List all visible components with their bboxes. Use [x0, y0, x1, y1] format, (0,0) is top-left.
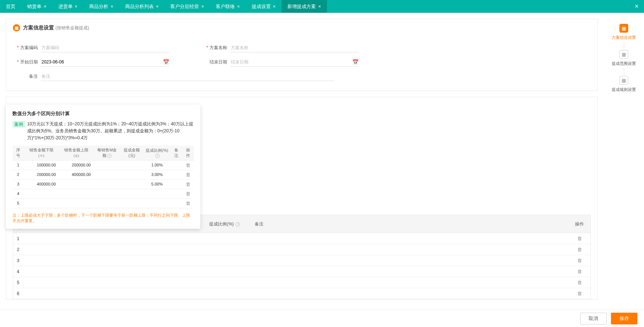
- step-icon: ▦: [619, 24, 628, 33]
- tab-home[interactable]: 首页: [0, 0, 21, 13]
- tab-sales-order[interactable]: 销货单×: [21, 0, 52, 13]
- section-icon: ▦: [13, 24, 20, 32]
- col-ratio: 提成比例(%) ?: [205, 215, 251, 233]
- tab-customer-contact[interactable]: 客户联络×: [210, 0, 246, 13]
- tab-bar: 首页 销货单× 进货单× 商品分析× 商品分析列表× 客户分层经营× 客户联络×…: [0, 0, 644, 13]
- tab-commission-setting[interactable]: 提成设置×: [246, 0, 282, 13]
- delete-icon[interactable]: 🗑: [186, 172, 190, 177]
- tab-customer-tier[interactable]: 客户分层经营×: [164, 0, 210, 13]
- tab-product-analysis-list[interactable]: 商品分析列表×: [119, 0, 165, 13]
- start-date-input[interactable]: [41, 58, 169, 67]
- code-input[interactable]: [41, 43, 169, 52]
- delete-icon[interactable]: 🗑: [577, 291, 582, 296]
- table-row[interactable]: 3🗑: [13, 255, 591, 266]
- calendar-icon[interactable]: 📅: [352, 59, 359, 65]
- name-label: 方案名称: [202, 45, 227, 51]
- cancel-button[interactable]: 取消: [580, 313, 607, 324]
- tooltip-title: 数值分为多个区间分别计算: [12, 110, 194, 117]
- step-icon: ▦: [619, 76, 628, 85]
- col-remark: 备注: [251, 215, 569, 233]
- end-date-label: 结束日期: [202, 59, 227, 65]
- delete-icon[interactable]: 🗑: [186, 201, 190, 206]
- example-table: 序号 销售金额下限（>） 销售金额上限（≤） 每销售M金额? 提成金额(元) 提…: [12, 146, 194, 208]
- col-op: 操作: [569, 215, 591, 233]
- close-icon[interactable]: ×: [44, 4, 47, 9]
- close-icon[interactable]: ×: [318, 4, 321, 9]
- table-row: 4🗑: [12, 189, 194, 198]
- help-icon: ?: [155, 154, 160, 158]
- close-icon[interactable]: ×: [75, 4, 78, 9]
- start-date-label: 开始日期: [13, 59, 38, 65]
- tier-example-tooltip: 数值分为多个区间分别计算 案例 10万元以下无提成；10~20万元提成比例为1%…: [6, 104, 200, 229]
- table-row[interactable]: 1🗑: [13, 233, 591, 244]
- close-icon[interactable]: ×: [237, 4, 240, 9]
- help-icon: ?: [107, 154, 112, 158]
- tooltip-example-text: 10万元以下无提成；10~20万元提成比例为1%；20~40万提成比例为3%；4…: [27, 121, 194, 142]
- close-all-icon[interactable]: ×: [629, 0, 644, 13]
- delete-icon[interactable]: 🗑: [186, 191, 190, 196]
- tab-new-commission-plan[interactable]: 新增提成方案×: [281, 0, 327, 13]
- table-row: 1100000.00200000.001.00%🗑: [12, 160, 194, 170]
- delete-icon[interactable]: 🗑: [186, 181, 190, 187]
- delete-icon[interactable]: 🗑: [577, 258, 582, 263]
- delete-icon[interactable]: 🗑: [577, 247, 582, 252]
- help-icon[interactable]: ?: [236, 222, 240, 227]
- step-rules[interactable]: ▦ 提成规则设置: [612, 76, 636, 92]
- tab-product-analysis[interactable]: 商品分析×: [83, 0, 119, 13]
- table-row: 5🗑: [12, 198, 194, 208]
- calendar-icon[interactable]: 📅: [163, 59, 169, 65]
- step-scope[interactable]: ▦ 提成范围设置: [612, 50, 636, 66]
- table-row[interactable]: 2🗑: [13, 244, 591, 255]
- table-row[interactable]: 5🗑: [13, 277, 591, 288]
- table-row[interactable]: 6🗑: [13, 288, 591, 299]
- tooltip-note: 注：上限必须大于下限；多个阶梯时，下一个阶梯下限要等于前一阶梯上限；不同行之间下…: [12, 213, 194, 224]
- footer-actions: 取消 保存: [0, 309, 644, 327]
- name-input[interactable]: [230, 43, 359, 52]
- end-date-input[interactable]: [230, 58, 359, 67]
- remark-label: 备注: [13, 73, 38, 80]
- panel-title: 方案信息设置: [23, 25, 54, 31]
- delete-icon[interactable]: 🗑: [577, 269, 582, 274]
- delete-icon[interactable]: 🗑: [577, 236, 582, 241]
- step-icon: ▦: [619, 50, 628, 59]
- panel-subtitle: (按销售金额提成): [55, 25, 89, 31]
- tab-purchase-order[interactable]: 进货单×: [52, 0, 84, 13]
- step-plan-info[interactable]: ▦ 方案信息设置: [612, 24, 636, 40]
- code-label: 方案编码: [13, 45, 38, 51]
- save-button[interactable]: 保存: [611, 313, 637, 324]
- close-icon[interactable]: ×: [201, 4, 204, 9]
- table-row: 2200000.00400000.003.00%🗑: [12, 170, 194, 179]
- remark-input[interactable]: [41, 72, 334, 81]
- close-icon[interactable]: ×: [110, 4, 113, 9]
- close-icon[interactable]: ×: [273, 4, 276, 9]
- close-icon[interactable]: ×: [156, 4, 159, 9]
- delete-icon[interactable]: 🗑: [186, 162, 190, 168]
- side-stepper: ▦ 方案信息设置 ▦ 提成范围设置 ▦ 提成规则设置: [604, 13, 644, 309]
- plan-info-panel: ▦ 方案信息设置 (按销售金额提成) 方案编码 方案名称: [6, 19, 598, 91]
- table-row[interactable]: 4🗑: [13, 266, 591, 277]
- delete-icon[interactable]: 🗑: [577, 280, 582, 285]
- example-tag: 案例: [12, 121, 25, 128]
- table-row: 3400000.005.00%🗑: [12, 179, 194, 189]
